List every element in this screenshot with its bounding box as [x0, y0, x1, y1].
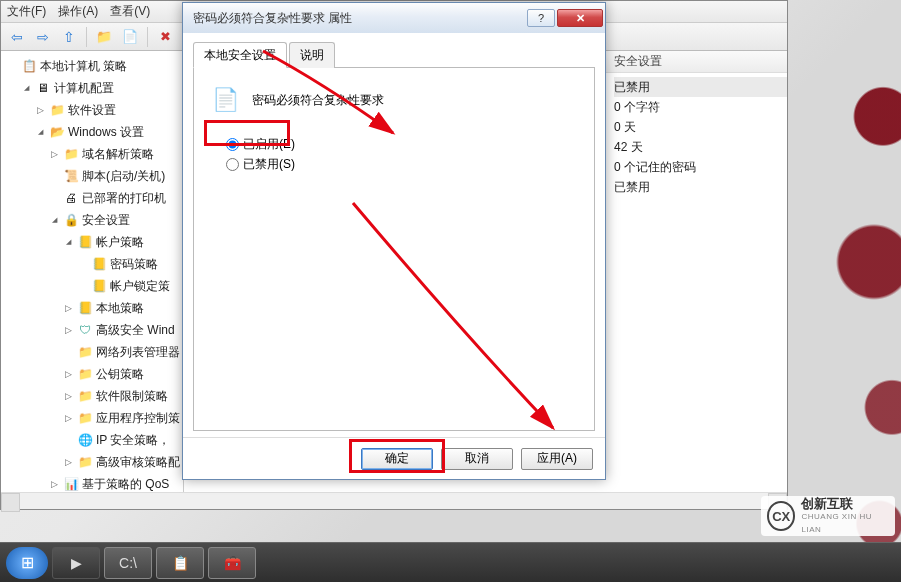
policy-icon [77, 300, 93, 316]
folder-icon [49, 102, 65, 118]
tree-account[interactable]: 帐户策略 [96, 232, 144, 252]
tree-local[interactable]: 本地策略 [96, 298, 144, 318]
delete-button[interactable] [153, 25, 177, 49]
policy-doc-icon: 📄 [208, 80, 242, 120]
script-icon [63, 168, 79, 184]
watermark-cn: 创新互联 [801, 497, 889, 510]
tree-root[interactable]: 本地计算机 策略 [40, 56, 127, 76]
folder-icon [77, 388, 93, 404]
tree-ipsec[interactable]: IP 安全策略， [96, 430, 170, 450]
separator [147, 27, 148, 47]
tree-scripts[interactable]: 脚本(启动/关机) [82, 166, 165, 186]
watermark: CX 创新互联 CHUANG XIN HU LIAN [761, 496, 895, 536]
taskbar-mmc[interactable]: 📋 [156, 547, 204, 579]
tab-content: 📄 密码必须符合复杂性要求 已启用(E) 已禁用(S) [193, 68, 595, 431]
list-item[interactable]: 0 天 [614, 117, 787, 137]
radio-enabled-label: 已启用(E) [243, 136, 295, 153]
list-item[interactable]: 0 个字符 [614, 97, 787, 117]
properties-dialog: 密码必须符合复杂性要求 属性 ? ✕ 本地安全设置 说明 📄 密码必须符合复杂性… [182, 2, 606, 480]
tree-windows[interactable]: Windows 设置 [68, 122, 144, 142]
tab-strip: 本地安全设置 说明 [193, 41, 595, 68]
tree-password[interactable]: 密码策略 [110, 254, 158, 274]
policy-icon [77, 234, 93, 250]
taskbar[interactable]: ⊞ ▶ C:\ 📋 🧰 [0, 542, 901, 582]
tab-local-security[interactable]: 本地安全设置 [193, 42, 287, 68]
menu-file[interactable]: 文件(F) [7, 3, 46, 20]
tree-advsec[interactable]: 高级安全 Wind [96, 320, 175, 340]
tree-appctrl[interactable]: 应用程序控制策 [96, 408, 180, 428]
dialog-title: 密码必须符合复杂性要求 属性 [193, 10, 525, 27]
tree-pubkey[interactable]: 公钥策略 [96, 364, 144, 384]
printer-icon [63, 190, 79, 206]
list-item[interactable]: 已禁用 [614, 77, 787, 97]
cancel-button[interactable]: 取消 [441, 448, 513, 470]
folder-icon [77, 410, 93, 426]
apply-button[interactable]: 应用(A) [521, 448, 593, 470]
up-button[interactable] [57, 25, 81, 49]
tree-dns[interactable]: 域名解析策略 [82, 144, 154, 164]
horizontal-scrollbar[interactable] [1, 492, 787, 509]
start-button[interactable]: ⊞ [6, 547, 48, 579]
forward-button[interactable] [31, 25, 55, 49]
taskbar-toolbox[interactable]: 🧰 [208, 547, 256, 579]
separator [86, 27, 87, 47]
tree-lockout[interactable]: 帐户锁定策 [110, 276, 170, 296]
folder-icon [63, 146, 79, 162]
root-icon [21, 58, 37, 74]
policy-name: 密码必须符合复杂性要求 [252, 92, 384, 109]
tree-security[interactable]: 安全设置 [82, 210, 130, 230]
titlebar[interactable]: 密码必须符合复杂性要求 属性 ? ✕ [183, 3, 605, 33]
folder-button[interactable] [92, 25, 116, 49]
security-icon [63, 212, 79, 228]
menu-view[interactable]: 查看(V) [110, 3, 150, 20]
tree-computer[interactable]: 计算机配置 [54, 78, 114, 98]
taskbar-media[interactable]: ▶ [52, 547, 100, 579]
help-button[interactable]: ? [527, 9, 555, 27]
tree-netlist[interactable]: 网络列表管理器 [96, 342, 180, 362]
folder-icon [49, 124, 65, 140]
globe-icon [77, 432, 93, 448]
tree-pane[interactable]: 本地计算机 策略 计算机配置 软件设置 Windows 设置 域名解析策略 脚本… [1, 51, 184, 492]
menu-action[interactable]: 操作(A) [58, 3, 98, 20]
radio-enabled-input[interactable] [226, 138, 239, 151]
tab-explain[interactable]: 说明 [289, 42, 335, 68]
list-item[interactable]: 42 天 [614, 137, 787, 157]
watermark-logo: CX [767, 501, 795, 531]
folder-icon [77, 344, 93, 360]
bar-icon [63, 476, 79, 492]
taskbar-cmd[interactable]: C:\ [104, 547, 152, 579]
dialog-buttons: 确定 取消 应用(A) [183, 437, 605, 479]
ok-button[interactable]: 确定 [361, 448, 433, 470]
close-button[interactable]: ✕ [557, 9, 603, 27]
tree-printers[interactable]: 已部署的打印机 [82, 188, 166, 208]
folder-icon [77, 454, 93, 470]
watermark-en: CHUANG XIN HU LIAN [801, 510, 889, 536]
folder-icon [77, 366, 93, 382]
radio-disabled-input[interactable] [226, 158, 239, 171]
radio-disabled[interactable]: 已禁用(S) [226, 156, 580, 173]
radio-disabled-label: 已禁用(S) [243, 156, 295, 173]
computer-icon [35, 80, 51, 96]
tree-software[interactable]: 软件设置 [68, 100, 116, 120]
list-item[interactable]: 0 个记住的密码 [614, 157, 787, 177]
export-button[interactable] [118, 25, 142, 49]
policy-icon [91, 278, 107, 294]
radio-enabled[interactable]: 已启用(E) [226, 136, 580, 153]
back-button[interactable] [5, 25, 29, 49]
tree-softrestrict[interactable]: 软件限制策略 [96, 386, 168, 406]
tree-qos[interactable]: 基于策略的 QoS [82, 474, 169, 492]
policy-icon [91, 256, 107, 272]
tree-audit[interactable]: 高级审核策略配 [96, 452, 180, 472]
list-item[interactable]: 已禁用 [614, 177, 787, 197]
shield-icon [77, 322, 93, 338]
